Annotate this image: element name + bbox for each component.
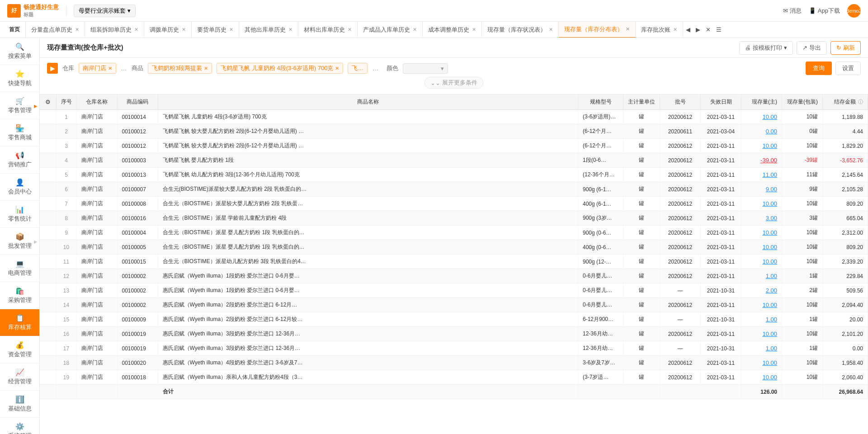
balance-info-icon[interactable]: ⓘ (858, 99, 863, 104)
sidebar-item-finance-mgmt[interactable]: 💰 资金管理 (0, 336, 39, 363)
sidebar-item-retail-mall[interactable]: 🏪 零售商城 (0, 119, 39, 146)
tab-close-product-in[interactable]: ✕ (413, 27, 417, 33)
avatar[interactable]: demo2 (847, 4, 861, 18)
tab-home[interactable]: 首页 (4, 22, 26, 38)
cell-stock-main-5[interactable]: 9.00 (741, 182, 782, 197)
cell-stock-pkg-1: 0罐 (782, 124, 823, 139)
cell-unit-17: 罐 (623, 356, 660, 370)
cell-stock-main-15[interactable]: 10.00 (741, 327, 782, 341)
product-tag-1-close[interactable]: ✕ (204, 66, 208, 71)
cell-stock-main-1[interactable]: 0.00 (741, 124, 782, 139)
table-row: 14 南岸门店 00100002 惠氏启赋（Wyeth illuma）2段奶粉 … (40, 298, 868, 312)
filter-toggle-btn[interactable]: ▶ (47, 63, 58, 74)
main-layout: 🔍 搜索英单 ⭐ 快捷导航 🛒 零售管理 ▶ 🏪 零售商城 📢 营销推广 👤 会… (0, 38, 868, 434)
tab-split-history[interactable]: 分量盘点单历史 ✕ (26, 22, 85, 38)
query-btn[interactable]: 查询 (806, 61, 832, 75)
cell-expire-3: 2021-03-11 (701, 153, 741, 168)
sidebar-item-sys-mgmt[interactable]: ⚙️ 系统管理 (0, 418, 39, 434)
sidebar-item-retail-stats[interactable]: 📊 零售统计 (0, 201, 39, 228)
warehouse-dots[interactable]: … (121, 65, 127, 72)
print-btn[interactable]: 🖨 按模板打印 ▾ (739, 41, 793, 55)
tab-close-batch-account[interactable]: ✕ (673, 27, 677, 33)
cell-num-1: 2 (56, 124, 76, 139)
app-download-btn[interactable]: 📱 App下载 (809, 7, 840, 15)
tab-close-material-out[interactable]: ✕ (348, 27, 352, 33)
sidebar-item-ops-mgmt[interactable]: 📈 经营管理 (0, 363, 39, 391)
cell-stock-main-4[interactable]: 11.00 (741, 168, 782, 182)
sidebar-item-wholesale-mgmt[interactable]: 📦 批发管理 ▶ (0, 228, 39, 255)
cell-stock-main-17[interactable]: 10.00 (741, 356, 782, 370)
sidebar-item-ecommerce-mgmt[interactable]: 💻 电商管理 (0, 255, 39, 282)
table-row: 15 南岸门店 00100009 惠氏启赋（Wyeth illuma）2段奶粉 … (40, 312, 868, 327)
tab-close-other-out[interactable]: ✕ (288, 27, 292, 33)
cell-batch-14: — (660, 312, 701, 327)
settings-icon[interactable]: ⚙ (45, 99, 51, 105)
cell-stock-main-13[interactable]: 10.00 (741, 298, 782, 312)
sidebar-item-purchase-mgmt[interactable]: 🛍️ 采购管理 (0, 282, 39, 309)
message-btn[interactable]: ✉ 消息 (783, 7, 802, 15)
cell-stock-main-6[interactable]: 10.00 (741, 197, 782, 211)
cell-stock-main-8[interactable]: 10.00 (741, 226, 782, 240)
tab-product-in-history[interactable]: 产成品入库单历史 ✕ (358, 22, 423, 38)
tab-close-cost-adjust[interactable]: ✕ (472, 27, 476, 33)
tab-close-stock-dist[interactable]: ✕ (626, 26, 630, 32)
cell-product-code-15: 00100019 (117, 327, 158, 341)
tab-close-split[interactable]: ✕ (75, 27, 79, 33)
product-filter-tag-2[interactable]: 飞鹤星飞帆 儿童奶粉 4段(3-6岁适用) 700克 ✕ (217, 63, 343, 74)
cell-num-2: 3 (56, 139, 76, 153)
cell-stock-main-16[interactable]: 1.00 (741, 341, 782, 356)
tab-close-btn[interactable]: ✕ (703, 26, 713, 33)
sidebar-item-marketing[interactable]: 📢 营销推广 (0, 146, 39, 174)
cell-stock-main-18[interactable]: 10.00 (741, 370, 782, 385)
tab-other-out-history[interactable]: 其他出库单历史 ✕ (239, 22, 298, 38)
col-settings[interactable]: ⚙ (40, 94, 56, 110)
sidebar-item-quicknav[interactable]: ⭐ 快捷导航 (0, 65, 39, 92)
account-selector[interactable]: 母婴行业演示账套 ▾ (74, 5, 136, 17)
tab-menu-btn[interactable]: ☰ (713, 26, 724, 33)
cell-stock-main-14[interactable]: 1.00 (741, 312, 782, 327)
tab-stock-dist[interactable]: 现存量（库存分布表） ✕ (559, 22, 636, 38)
tab-close-pick[interactable]: ✕ (229, 27, 233, 33)
cell-stock-pkg-16: 1罐 (782, 341, 823, 356)
tab-cost-adjust-history[interactable]: 成本调整单历史 ✕ (423, 22, 482, 38)
expand-more-btn[interactable]: ⌄⌄ 展开更多条件 (425, 77, 483, 89)
product-tag-2-close[interactable]: ✕ (335, 66, 339, 71)
sidebar-item-stock-check[interactable]: 📋 库存核算 (0, 309, 39, 336)
cell-stock-main-10[interactable]: 10.00 (741, 255, 782, 269)
tab-mix-history[interactable]: 调拨单历史 ✕ (144, 22, 192, 38)
warehouse-filter-tag[interactable]: 南岸门店 ✕ (79, 63, 116, 74)
tab-stock-status[interactable]: 现存量（库存状况表） ✕ (482, 22, 559, 38)
sidebar-item-search[interactable]: 🔍 搜索英单 (0, 38, 39, 65)
product-dots[interactable]: … (372, 65, 378, 72)
cell-expire-13: 2021-03-11 (701, 298, 741, 312)
cell-stock-main-2[interactable]: 10.00 (741, 139, 782, 153)
sidebar-item-basic-info[interactable]: ℹ️ 基础信息 (0, 391, 39, 418)
cell-stock-main-9[interactable]: 10.00 (741, 240, 782, 255)
tab-close-mix[interactable]: ✕ (182, 27, 186, 33)
product-filter-tag-1[interactable]: 飞鹤奶粉3段两提装 ✕ (148, 63, 212, 74)
color-filter-input[interactable]: ▾ (403, 63, 448, 74)
tab-prev-btn[interactable]: ◀ (683, 26, 693, 33)
sidebar-item-retail-mgmt[interactable]: 🛒 零售管理 ▶ (0, 92, 39, 119)
setting-btn[interactable]: 设置 (835, 61, 861, 75)
sidebar-item-member-center[interactable]: 👤 会员中心 (0, 174, 39, 201)
tab-pick-history[interactable]: 要货单历史 ✕ (192, 22, 239, 38)
tab-close-stock-status[interactable]: ✕ (549, 27, 553, 33)
tab-close-disassemble[interactable]: ✕ (134, 27, 138, 33)
cell-stock-main-0[interactable]: 10.00 (741, 110, 782, 124)
warehouse-tag-close[interactable]: ✕ (108, 66, 112, 71)
cell-batch-7: 20200612 (660, 211, 701, 226)
cell-stock-main-11[interactable]: 1.00 (741, 269, 782, 283)
cell-stock-main-3[interactable]: -39.00 (741, 153, 782, 168)
cell-settings-7 (40, 211, 56, 226)
cell-stock-main-7[interactable]: 3.00 (741, 211, 782, 226)
tab-batch-account[interactable]: 库存批次账 ✕ (636, 22, 683, 38)
cell-stock-main-12[interactable]: 2.00 (741, 283, 782, 298)
tab-disassemble-history[interactable]: 组装拆卸单历史 ✕ (85, 22, 144, 38)
tab-material-out-history[interactable]: 材料出库单历史 ✕ (298, 22, 358, 38)
cell-batch-8: 20200612 (660, 226, 701, 240)
refresh-btn[interactable]: ↻ 刷新 (830, 41, 861, 55)
product-filter-tag-more[interactable]: 飞… (348, 63, 368, 74)
tab-next-btn[interactable]: ▶ (693, 26, 703, 33)
export-btn[interactable]: ↗ 导出 (797, 41, 827, 55)
